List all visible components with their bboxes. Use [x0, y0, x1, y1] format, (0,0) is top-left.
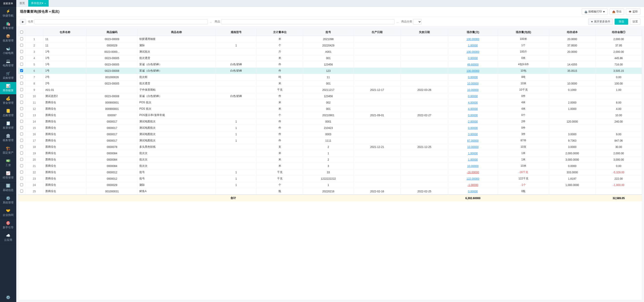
sidebar-item-operations[interactable]: 📈 经营管理 — [0, 169, 16, 182]
goods-input[interactable] — [221, 19, 395, 24]
row-checkbox-cell[interactable] — [18, 74, 25, 80]
row-checkbox[interactable] — [20, 164, 23, 167]
search-btn[interactable]: 筛选 — [614, 19, 628, 25]
row-checkbox[interactable] — [20, 177, 23, 180]
row-checkbox[interactable] — [20, 82, 23, 85]
sidebar-item-fixed-assets[interactable]: 🏗️ 固定资产 — [0, 144, 16, 157]
row-checkbox[interactable] — [20, 190, 23, 193]
sidebar-item-guide[interactable]: 🎯 新手引导 — [0, 219, 16, 232]
row-qty-main[interactable]: 1.00000 — [448, 157, 498, 163]
row-checkbox[interactable] — [20, 88, 23, 91]
sidebar-item-tax[interactable]: 🏛️ 税务管理 — [0, 132, 16, 144]
row-checkbox[interactable] — [20, 120, 23, 123]
row-qty-main[interactable]: 0.00000 — [448, 125, 498, 131]
row-qty-main[interactable]: 0.00000 — [448, 74, 498, 80]
sidebar-item-quick-nav[interactable]: ⚡ 快捷导航 — [0, 7, 16, 20]
tab-home[interactable]: 首页 — [16, 0, 28, 7]
sidebar-settings-btn[interactable]: ⚙️ — [0, 293, 16, 302]
sidebar-item-purchase[interactable]: 🛒 采购管理 — [0, 70, 16, 82]
row-checkbox-cell[interactable] — [18, 118, 25, 125]
row-qty-main[interactable]: 2.00000 — [448, 118, 498, 125]
row-checkbox[interactable] — [20, 75, 23, 78]
print-template-btn[interactable]: 🖨️ 按模板打印 ▼ — [582, 9, 608, 15]
row-checkbox-cell[interactable] — [18, 87, 25, 93]
row-checkbox-cell[interactable] — [18, 112, 25, 118]
warehouse-input[interactable] — [34, 19, 208, 24]
sidebar-item-ecom[interactable]: 💻 电商管理 — [0, 57, 16, 70]
row-checkbox[interactable] — [20, 171, 23, 174]
sidebar-item-ledger[interactable]: 📒 总账管理 — [0, 107, 16, 119]
row-checkbox-cell[interactable] — [18, 150, 25, 157]
row-qty-main[interactable]: 10.00000 — [448, 163, 498, 169]
sidebar-item-sys-mgmt[interactable]: ⚙️ 系统管理 — [0, 194, 16, 207]
row-qty-main[interactable]: 49.60000 — [448, 61, 498, 68]
row-checkbox-cell[interactable] — [18, 80, 25, 87]
row-checkbox-cell[interactable] — [18, 169, 25, 176]
sidebar-item-mini-ecom[interactable]: 🐋 小鲸电商 — [0, 45, 16, 57]
row-checkbox-cell[interactable] — [18, 106, 25, 112]
sidebar-item-cloud[interactable]: ☁️ 云应用 — [0, 232, 16, 244]
row-checkbox-cell[interactable] — [18, 55, 25, 61]
row-checkbox-cell[interactable] — [18, 99, 25, 106]
tab-close-btn[interactable]: × — [44, 2, 46, 5]
row-qty-main[interactable]: -1.00000 — [448, 182, 498, 188]
row-checkbox[interactable] — [20, 50, 23, 53]
row-qty-main[interactable]: 0.00000 — [448, 93, 498, 99]
sidebar-item-payroll[interactable]: 💵 工资 — [0, 157, 16, 169]
row-checkbox[interactable] — [20, 63, 23, 66]
row-qty-main[interactable]: 10.00000 — [448, 80, 498, 87]
row-checkbox[interactable] — [20, 107, 23, 110]
sidebar-item-finance[interactable]: 💰 资金管理 — [0, 94, 16, 107]
row-qty-main[interactable]: 4.00000 — [448, 106, 498, 112]
row-checkbox[interactable] — [20, 158, 23, 161]
row-checkbox-cell[interactable] — [18, 157, 25, 163]
row-checkbox-cell[interactable] — [18, 36, 25, 42]
row-checkbox[interactable] — [20, 101, 23, 104]
sidebar-item-basic-info[interactable]: ℹ️ 基础信息 — [0, 182, 16, 194]
row-qty-main[interactable]: 10.00000 — [448, 87, 498, 93]
row-qty-main[interactable]: 0.00000 — [448, 112, 498, 118]
row-checkbox-cell[interactable] — [18, 61, 25, 68]
sidebar-item-wholesale[interactable]: 📦 批发管理 — [0, 32, 16, 45]
row-checkbox[interactable] — [20, 94, 23, 97]
row-checkbox-cell[interactable] — [18, 188, 25, 195]
row-checkbox-cell[interactable] — [18, 49, 25, 55]
row-checkbox-cell[interactable] — [18, 163, 25, 169]
monitor-btn[interactable]: 👁️ 监听 — [626, 9, 640, 15]
expand-conditions-btn[interactable]: ▼ 展开更多条件 — [588, 19, 613, 25]
sidebar-item-retail[interactable]: 🛍️ 零售管理 — [0, 20, 16, 32]
row-checkbox-cell[interactable] — [18, 68, 25, 74]
row-checkbox[interactable] — [20, 44, 23, 47]
row-checkbox-cell[interactable] — [18, 144, 25, 150]
row-qty-main[interactable]: -16.00000 — [448, 169, 498, 176]
row-checkbox-cell[interactable] — [18, 176, 25, 182]
select-all-checkbox[interactable] — [20, 31, 23, 34]
row-qty-main[interactable]: 10.00000 — [448, 144, 498, 150]
row-checkbox-cell[interactable] — [18, 131, 25, 137]
row-qty-main[interactable]: 0.00000 — [448, 55, 498, 61]
filter-settings-btn[interactable]: 设置 — [630, 19, 640, 25]
row-checkbox-cell[interactable] — [18, 125, 25, 131]
row-checkbox[interactable] — [20, 145, 23, 148]
row-qty-main[interactable]: 1.00000 — [448, 42, 498, 49]
row-qty-main[interactable]: 1.00000 — [448, 150, 498, 157]
row-checkbox[interactable] — [20, 132, 23, 135]
row-checkbox[interactable] — [20, 183, 23, 186]
row-checkbox-cell[interactable] — [18, 137, 25, 144]
row-qty-main[interactable]: 122.00000 — [448, 176, 498, 182]
row-qty-main[interactable]: 100.00000 — [448, 49, 498, 55]
filter-expand-btn[interactable]: ▶ — [20, 19, 26, 25]
sidebar-logo[interactable]: 搜索菜单 — [0, 0, 16, 7]
row-checkbox[interactable] — [20, 56, 23, 59]
sidebar-item-inventory[interactable]: 📊 库存核算 — [0, 82, 16, 94]
row-checkbox[interactable] — [20, 113, 23, 116]
row-qty-main[interactable]: 4.00000 — [448, 99, 498, 106]
row-checkbox[interactable] — [20, 69, 23, 72]
sidebar-item-invoice[interactable]: 🧾 发票管理 — [0, 119, 16, 132]
row-checkbox-cell[interactable] — [18, 42, 25, 49]
row-checkbox-cell[interactable] — [18, 93, 25, 99]
category-select[interactable] — [413, 19, 422, 25]
export-btn[interactable]: 📤 导出 — [610, 9, 624, 15]
row-qty-main[interactable]: 100.00000 — [448, 36, 498, 42]
row-checkbox[interactable] — [20, 126, 23, 129]
